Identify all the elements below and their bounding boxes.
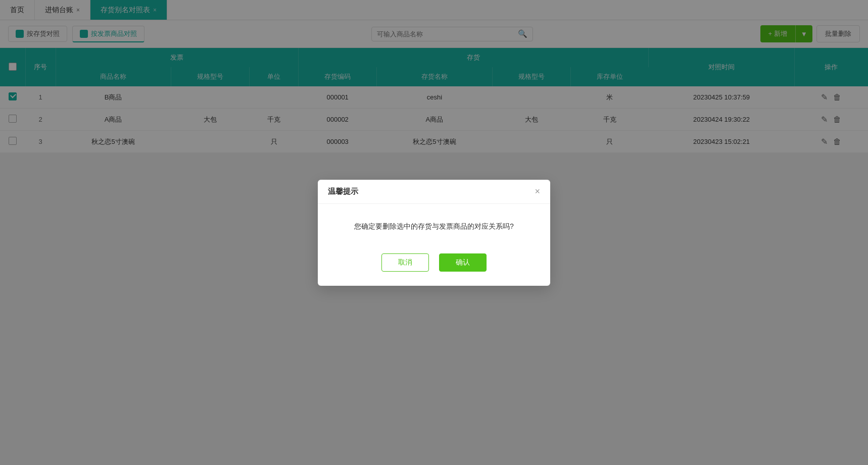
dialog-overlay: 温馨提示 × 您确定要删除选中的存货与发票商品的对应关系吗? 取消 确认: [0, 0, 868, 153]
